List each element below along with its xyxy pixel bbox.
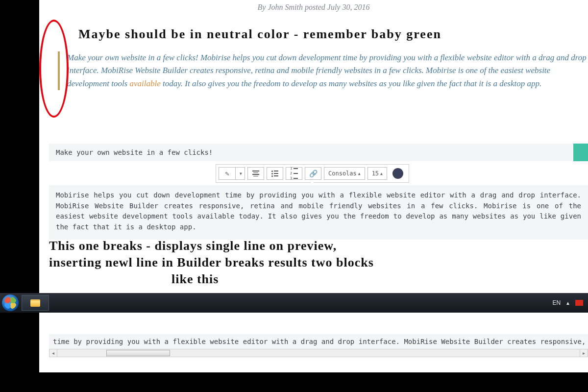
font-family-value: Consolas	[328, 170, 357, 177]
scroll-right-button[interactable]: ▸	[580, 349, 588, 357]
blockquote: Make your own website in a few clicks! M…	[58, 51, 588, 90]
code-block-4[interactable]: time by providing you with a flexible we…	[49, 334, 588, 349]
code-block-2-text: Mobirise helps you cut down development …	[56, 191, 581, 231]
flag-icon[interactable]	[575, 300, 583, 306]
style-picker-button[interactable]: ✎	[219, 167, 235, 180]
taskbar-explorer-button[interactable]	[22, 295, 49, 311]
chevron-up-icon: ▲	[380, 172, 383, 176]
link-button[interactable]: 🔗	[305, 167, 321, 180]
start-button[interactable]	[2, 294, 19, 311]
windows-taskbar: EN ▲	[0, 293, 588, 313]
align-center-icon	[252, 171, 259, 176]
system-tray: EN ▲	[552, 299, 588, 306]
chevron-down-icon: ▼	[240, 172, 242, 176]
link-icon: 🔗	[309, 170, 318, 177]
horizontal-scrollbar[interactable]: ◂ ▸	[49, 349, 588, 357]
code-block-1-text: Make your own website in a few clicks!	[56, 148, 213, 156]
font-size-value: 15	[372, 170, 379, 177]
code-block-1[interactable]: Make your own website in a few clicks!	[49, 144, 588, 161]
annotation-breaks: This one breaks - displays single line o…	[49, 238, 514, 287]
byline: By John Smith posted July 30, 2016	[39, 0, 588, 12]
annotation-neutral-color: Maybe should be in neutral color - remem…	[78, 27, 441, 42]
quote-link-available[interactable]: available	[129, 79, 160, 88]
font-family-select[interactable]: Consolas▲	[324, 167, 365, 180]
numbered-list-icon: 1 2 3	[290, 167, 298, 180]
page-content: By John Smith posted July 30, 2016 Maybe…	[39, 0, 588, 372]
unordered-list-button[interactable]	[267, 167, 283, 180]
chevron-up-icon: ▲	[358, 172, 361, 176]
color-swatch-button[interactable]	[392, 168, 403, 179]
annotation-breaks-line3: like this	[172, 271, 514, 288]
scrollbar-track[interactable]	[57, 349, 580, 357]
scrollbar-thumb[interactable]	[106, 350, 170, 356]
block-handle-icon[interactable]	[573, 144, 588, 161]
scroll-left-button[interactable]: ◂	[49, 349, 57, 357]
code-block-2[interactable]: Mobirise helps you cut down development …	[49, 185, 588, 240]
annotation-breaks-line2: inserting newl line in Builder breaks re…	[49, 255, 374, 270]
show-hidden-icons-button[interactable]: ▲	[565, 300, 570, 306]
annotation-breaks-line1: This one breaks - displays single line o…	[49, 239, 337, 253]
align-center-button[interactable]	[247, 167, 264, 180]
quote-text-after: today. It also gives you the freedom to …	[161, 79, 541, 88]
bullet-list-icon	[271, 171, 278, 177]
language-indicator[interactable]: EN	[552, 299, 561, 306]
folder-icon	[30, 299, 40, 307]
ordered-list-button[interactable]: 1 2 3	[286, 167, 302, 180]
style-picker-dropdown[interactable]: ▼	[235, 167, 245, 180]
editor-toolbar: ✎ ▼ 1 2 3 🔗 Consolas▲ 15▲	[216, 164, 409, 183]
pen-icon: ✎	[225, 170, 229, 177]
code-block-4-text: time by providing you with a flexible we…	[53, 338, 588, 345]
font-size-select[interactable]: 15▲	[368, 167, 387, 180]
